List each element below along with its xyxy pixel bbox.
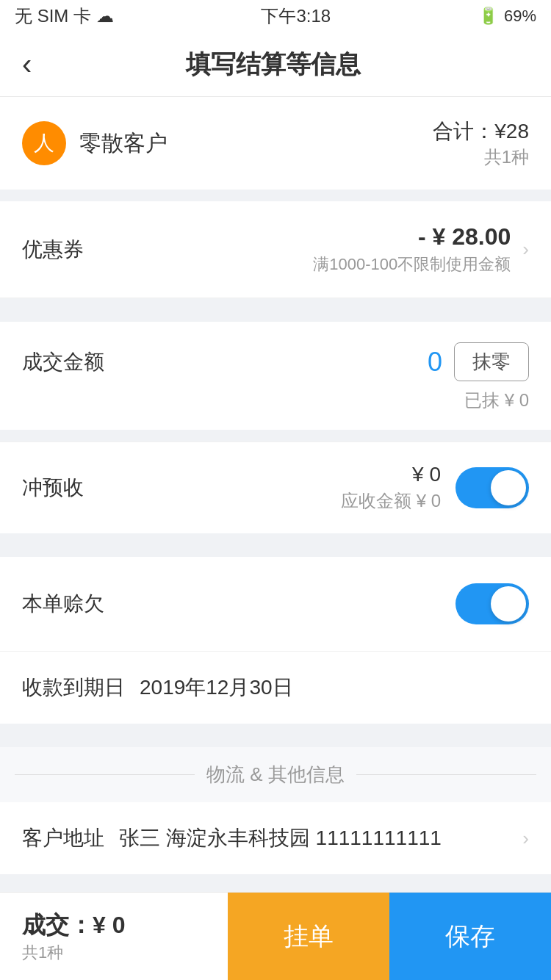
section-divider-1 bbox=[0, 310, 551, 322]
coupon-row[interactable]: 优惠券 - ¥ 28.00 满1000-100不限制使用金额 › bbox=[0, 201, 551, 298]
debt-section: 本单赊欠 收款到期日 2019年12月30日 bbox=[0, 557, 551, 724]
flush-left: 冲预收 bbox=[22, 474, 84, 502]
due-date-value[interactable]: 2019年12月30日 bbox=[140, 674, 293, 702]
address-value: 张三 海淀永丰科技园 11111111111 bbox=[119, 824, 518, 852]
customer-summary: 合计：¥28 共1种 bbox=[433, 118, 529, 169]
transaction-section: 成交金额 0 抹零 已抹 ¥ 0 bbox=[0, 322, 551, 430]
flush-toggle[interactable] bbox=[455, 467, 529, 508]
address-row[interactable]: 客户地址 张三 海淀永丰科技园 11111111111 › bbox=[0, 802, 551, 874]
section-divider-2 bbox=[0, 545, 551, 557]
bottom-bar: 成交：¥ 0 共1种 挂单 保存 bbox=[0, 892, 551, 980]
customer-section: 人 零散客户 合计：¥28 共1种 bbox=[0, 97, 551, 190]
debt-label: 本单赊欠 bbox=[22, 590, 104, 618]
avatar: 人 bbox=[22, 121, 66, 165]
coupon-amount: - ¥ 28.00 bbox=[313, 223, 511, 251]
sim-status: 无 SIM 卡 ☁ bbox=[15, 4, 114, 28]
address-section: 客户地址 张三 海淀永丰科技园 11111111111 › bbox=[0, 802, 551, 874]
logistics-section: 物流 & 其他信息 bbox=[0, 747, 551, 802]
status-left: 无 SIM 卡 ☁ bbox=[15, 4, 114, 28]
divider-line-right bbox=[356, 774, 536, 775]
coupon-label: 优惠券 bbox=[22, 236, 84, 264]
coupon-right: - ¥ 28.00 满1000-100不限制使用金额 › bbox=[313, 223, 529, 275]
bottom-deal-text: 成交：¥ 0 bbox=[22, 909, 206, 942]
debt-toggle[interactable] bbox=[455, 583, 529, 624]
battery-percent: 69% bbox=[504, 7, 536, 26]
customer-row: 人 零散客户 合计：¥28 共1种 bbox=[0, 97, 551, 190]
coupon-value-block: - ¥ 28.00 满1000-100不限制使用金额 bbox=[313, 223, 511, 275]
customer-count: 共1种 bbox=[433, 145, 529, 169]
status-right: 🔋 69% bbox=[478, 7, 536, 26]
amount-sub-row: 已抹 ¥ 0 bbox=[0, 389, 551, 430]
bottom-summary: 成交：¥ 0 共1种 bbox=[0, 893, 228, 980]
status-bar: 无 SIM 卡 ☁ 下午3:18 🔋 69% bbox=[0, 0, 551, 32]
customer-left: 人 零散客户 bbox=[22, 121, 168, 165]
divider-line-left bbox=[15, 774, 195, 775]
flush-right: ¥ 0 应收金额 ¥ 0 bbox=[341, 463, 529, 513]
coupon-section: 优惠券 - ¥ 28.00 满1000-100不限制使用金额 › bbox=[0, 201, 551, 298]
save-button[interactable]: 保存 bbox=[389, 893, 551, 980]
status-time: 下午3:18 bbox=[261, 4, 331, 28]
flush-row: 冲预收 ¥ 0 应收金额 ¥ 0 bbox=[0, 442, 551, 533]
section-divider-3 bbox=[0, 735, 551, 747]
nav-bar: ‹ 填写结算等信息 bbox=[0, 32, 551, 97]
bottom-count: 共1种 bbox=[22, 942, 206, 964]
amount-row: 成交金额 0 抹零 bbox=[0, 322, 551, 389]
toggle-knob bbox=[491, 470, 526, 505]
back-button[interactable]: ‹ bbox=[22, 48, 46, 81]
debt-toggle-knob bbox=[491, 586, 526, 621]
due-date-row: 收款到期日 2019年12月30日 bbox=[0, 651, 551, 724]
due-date-label: 收款到期日 bbox=[22, 674, 125, 702]
address-chevron-icon: › bbox=[522, 827, 529, 850]
debt-row: 本单赊欠 bbox=[0, 557, 551, 651]
logistics-label: 物流 & 其他信息 bbox=[206, 762, 345, 788]
address-label: 客户地址 bbox=[22, 824, 104, 852]
flush-amounts: ¥ 0 应收金额 ¥ 0 bbox=[341, 463, 441, 513]
avatar-icon: 人 bbox=[34, 129, 54, 157]
amount-value[interactable]: 0 bbox=[428, 347, 442, 378]
flush-main-amount: ¥ 0 bbox=[341, 463, 441, 486]
amount-input-area: 0 抹零 bbox=[428, 342, 529, 381]
amount-label: 成交金额 bbox=[22, 348, 104, 376]
customer-name: 零散客户 bbox=[79, 129, 168, 159]
logistics-header: 物流 & 其他信息 bbox=[0, 747, 551, 802]
flush-section: 冲预收 ¥ 0 应收金额 ¥ 0 bbox=[0, 442, 551, 533]
flush-sub-amount: 应收金额 ¥ 0 bbox=[341, 489, 441, 513]
chevron-right-icon: › bbox=[522, 238, 529, 261]
hold-button[interactable]: 挂单 bbox=[228, 893, 389, 980]
bottom-deal-label: 成交： bbox=[22, 912, 93, 938]
coupon-sub: 满1000-100不限制使用金额 bbox=[313, 253, 511, 275]
bottom-deal-amount: ¥ 0 bbox=[93, 912, 125, 938]
page-title: 填写结算等信息 bbox=[46, 48, 500, 82]
round-button[interactable]: 抹零 bbox=[454, 342, 529, 381]
flush-label: 冲预收 bbox=[22, 476, 84, 499]
customer-total: 合计：¥28 bbox=[433, 118, 529, 145]
battery-icon: 🔋 bbox=[478, 7, 498, 26]
